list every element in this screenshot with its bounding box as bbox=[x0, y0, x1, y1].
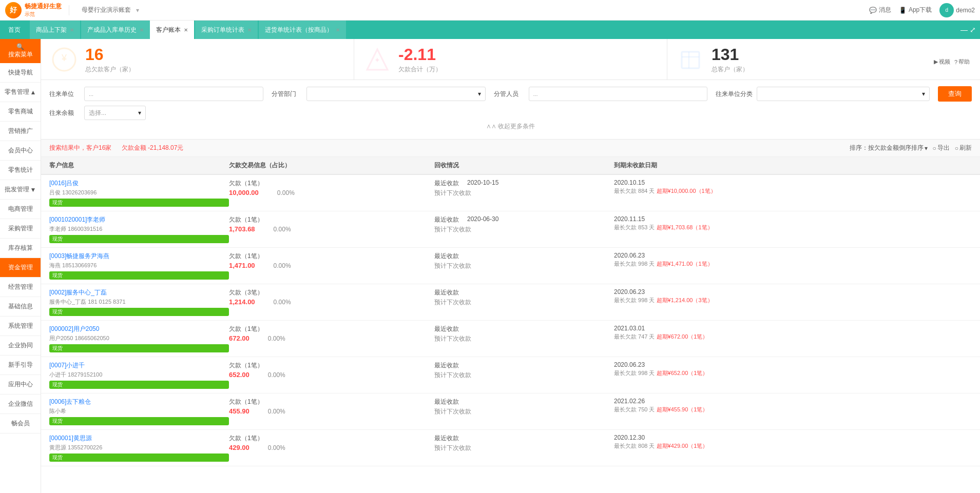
tab-inbound-stats[interactable]: 进货单统计表（按商品） ✕ bbox=[259, 21, 346, 39]
avatar: d bbox=[939, 3, 954, 17]
dept-select[interactable]: ▾ bbox=[306, 87, 486, 101]
overdue-link[interactable]: 超期¥652.00（1笔） bbox=[657, 370, 708, 376]
sidebar-item-member-center[interactable]: 会员中心 bbox=[0, 141, 41, 161]
tab-maximize-icon[interactable]: ⤢ bbox=[970, 26, 976, 34]
debt-label: 欠款（1笔） bbox=[229, 361, 263, 370]
tab-product-shelf[interactable]: 商品上下架 ✕ bbox=[30, 21, 80, 39]
results-bar: 搜索结果中，客户16家 欠款金额 -21,148.07元 排序：按欠款金额倒序排… bbox=[41, 140, 980, 157]
customer-name-link[interactable]: [000001]黄思源 bbox=[49, 434, 229, 443]
tab-production-history[interactable]: 产成品入库单历史 ✕ bbox=[81, 21, 150, 39]
overdue-days: 最长欠款 998 天 超期¥1,214.00（3笔） bbox=[614, 297, 972, 304]
customer-name-link[interactable]: [0001020001]李老师 bbox=[49, 215, 229, 224]
overdue-days: 最长欠款 747 天 超期¥672.00（1笔） bbox=[614, 333, 972, 341]
export-button[interactable]: ○ 导出 bbox=[933, 144, 950, 152]
sidebar-item-purchase-mgmt[interactable]: 采购管理 bbox=[0, 219, 41, 239]
tab-close-purchase-order[interactable]: ✕ bbox=[247, 27, 252, 33]
debt-amount-number: -2.11 bbox=[398, 45, 441, 64]
unit-type-select[interactable]: ▾ bbox=[757, 87, 930, 101]
stat-info-total: 131 总客户（家） bbox=[712, 45, 748, 74]
tab-minimize-icon[interactable]: — bbox=[960, 26, 968, 34]
sidebar-item-app-center[interactable]: 应用中心 bbox=[0, 375, 41, 395]
main-layout: 🔍 搜索菜单 快捷导航 零售管理 ▲ 零售商城 营销推广 会员中心 零售统计 批… bbox=[0, 39, 980, 493]
sidebar-item-ops-mgmt[interactable]: 经营管理 bbox=[0, 278, 41, 297]
person-input[interactable]: ... bbox=[529, 87, 708, 101]
debt-total-label: 欠款金额 -21,148.07元 bbox=[122, 144, 184, 151]
app-sub: 示范 bbox=[25, 11, 62, 18]
sidebar-item-retail-mgmt[interactable]: 零售管理 ▲ bbox=[0, 83, 41, 102]
debt-ratio: 0.00% bbox=[268, 408, 285, 415]
sidebar-search[interactable]: 🔍 搜索菜单 bbox=[0, 39, 41, 63]
debt-amount: 1,703.68 bbox=[229, 225, 255, 233]
overdue-link[interactable]: 超期¥429.00（1笔） bbox=[657, 443, 708, 449]
debt-ratio: 0.00% bbox=[274, 226, 291, 233]
overdue-link[interactable]: 超期¥1,214.00（3笔） bbox=[657, 297, 713, 303]
svg-text:✦: ✦ bbox=[374, 56, 380, 64]
overdue-link[interactable]: 超期¥672.00（1笔） bbox=[657, 333, 708, 340]
sidebar-item-vip-member[interactable]: 畅会员 bbox=[0, 414, 41, 433]
message-button[interactable]: 💬 消息 bbox=[869, 6, 891, 14]
collapse-bar[interactable]: ∧∧ 收起更多条件 bbox=[49, 120, 972, 133]
sidebar-item-sys-mgmt[interactable]: 系统管理 bbox=[0, 317, 41, 336]
overdue-link[interactable]: 超期¥10,000.00（1笔） bbox=[657, 188, 716, 194]
sidebar-item-marketing[interactable]: 营销推广 bbox=[0, 122, 41, 141]
sidebar-item-quick-nav[interactable]: 快捷导航 bbox=[0, 63, 41, 83]
tab-close-production-history[interactable]: ✕ bbox=[140, 27, 144, 33]
tab-close-product-shelf[interactable]: ✕ bbox=[70, 27, 74, 33]
tab-actions: — ⤢ bbox=[956, 26, 980, 34]
debt-ratio: 0.00% bbox=[277, 189, 295, 196]
customer-name-link[interactable]: [0003]畅捷服务尹海燕 bbox=[49, 252, 229, 261]
debt-amount: 455.90 bbox=[229, 407, 249, 415]
collection-date: 2020-10-15 bbox=[467, 179, 498, 188]
tab-purchase-order[interactable]: 采购订单统计表 ✕ bbox=[195, 21, 258, 39]
tab-close-inbound-stats[interactable]: ✕ bbox=[336, 27, 340, 33]
customer-name-link[interactable]: [0002]服务中心_丁磊 bbox=[49, 288, 229, 297]
table-row: [000002]用户2050 用户2050 18665062050 现货 欠款（… bbox=[41, 321, 980, 357]
help-button[interactable]: ? 帮助 bbox=[954, 58, 970, 66]
query-button[interactable]: 查询 bbox=[938, 86, 972, 102]
unit-type-label: 往来单位分类 bbox=[716, 90, 753, 98]
overdue-date: 2020.06.23 bbox=[614, 252, 972, 259]
results-actions: 排序：按欠款金额倒序排序 ▾ ○ 导出 ○ 刷新 bbox=[850, 144, 972, 152]
customer-name-link[interactable]: [000002]用户2050 bbox=[49, 325, 229, 333]
store-dropdown-icon[interactable]: ▾ bbox=[136, 7, 139, 14]
tab-customer-account[interactable]: 客户账本 ✕ bbox=[150, 21, 194, 39]
customer-name-link[interactable]: [0006]去下粮仓 bbox=[49, 398, 229, 406]
sidebar-item-ecommerce[interactable]: 电商管理 bbox=[0, 200, 41, 219]
customer-name-link[interactable]: [0016]吕俊 bbox=[49, 179, 229, 188]
filter-dept: 分管部门 ▾ bbox=[272, 87, 486, 101]
user-avatar-button[interactable]: d demo2 bbox=[939, 3, 975, 17]
overdue-days: 最长欠款 884 天 超期¥10,000.00（1笔） bbox=[614, 187, 972, 195]
sidebar-item-retail-store[interactable]: 零售商城 bbox=[0, 102, 41, 122]
total-customers-number: 131 bbox=[712, 45, 748, 64]
debt-label: 欠款（1笔） bbox=[229, 215, 263, 224]
customer-badge: 现货 bbox=[49, 417, 229, 425]
sidebar-item-inventory[interactable]: 库存核算 bbox=[0, 239, 41, 258]
balance-select[interactable]: 选择... ▾ bbox=[84, 106, 146, 120]
debt-ratio: 0.00% bbox=[274, 299, 291, 306]
tab-home[interactable]: 首页 bbox=[0, 21, 29, 39]
sidebar-item-enterprise-wechat[interactable]: 企业微信 bbox=[0, 395, 41, 414]
sidebar-item-batch-mgmt[interactable]: 批发管理 ▼ bbox=[0, 180, 41, 200]
app-download-button[interactable]: 📱 App下载 bbox=[899, 6, 932, 14]
sidebar-item-retail-stats[interactable]: 零售统计 bbox=[0, 161, 41, 180]
sidebar-item-capital-mgmt[interactable]: 资金管理 bbox=[0, 258, 41, 278]
table-header-debt: 欠款交易信息（占比） bbox=[229, 161, 434, 170]
video-button[interactable]: ▶ 视频 bbox=[934, 58, 950, 66]
divider bbox=[69, 5, 69, 15]
overdue-link[interactable]: 超期¥1,471.00（1笔） bbox=[657, 261, 713, 267]
tab-close-customer-account[interactable]: ✕ bbox=[184, 27, 188, 33]
overdue-link[interactable]: 超期¥1,703.68（1笔） bbox=[657, 224, 713, 230]
overdue-link[interactable]: 超期¥455.90（1笔） bbox=[657, 406, 708, 412]
from-unit-input[interactable]: ... bbox=[84, 87, 263, 101]
debt-label: 欠款（1笔） bbox=[229, 325, 263, 333]
export-icon: ○ bbox=[933, 145, 936, 152]
sort-button[interactable]: 排序：按欠款金额倒序排序 ▾ bbox=[850, 144, 928, 152]
sidebar-item-new-guide[interactable]: 新手引导 bbox=[0, 356, 41, 375]
sidebar-item-enterprise-collab[interactable]: 企业协同 bbox=[0, 336, 41, 356]
debt-amount: 1,471.00 bbox=[229, 262, 255, 269]
search-icon: 🔍 bbox=[0, 43, 41, 50]
sidebar-item-basic-info[interactable]: 基础信息 bbox=[0, 297, 41, 317]
refresh-button[interactable]: ○ 刷新 bbox=[955, 144, 972, 152]
customer-name-link[interactable]: [0007]小进千 bbox=[49, 361, 229, 370]
debt-label: 欠款（1笔） bbox=[229, 434, 263, 443]
